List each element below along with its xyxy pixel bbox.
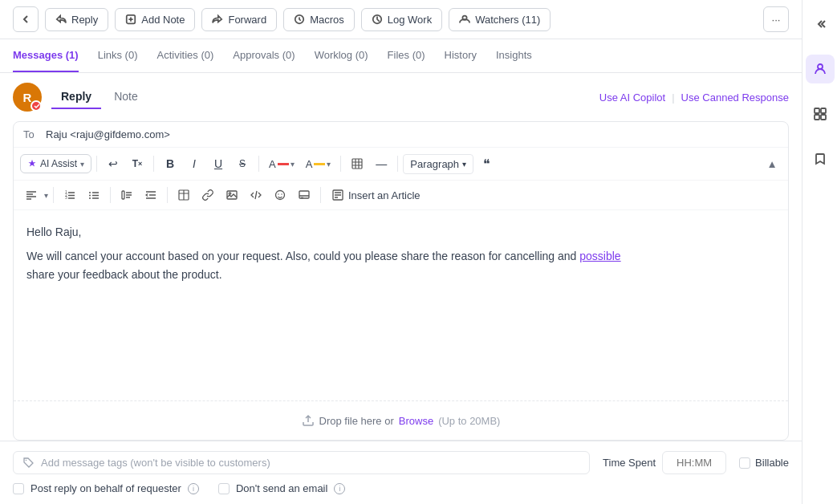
tag-icon <box>23 457 35 469</box>
italic-button[interactable]: I <box>183 152 205 175</box>
footer-row-1: Add message tags (won't be visible to cu… <box>13 451 789 474</box>
separator-3 <box>258 156 259 172</box>
tags-input[interactable]: Add message tags (won't be visible to cu… <box>13 451 590 474</box>
collapse-sidebar-icon[interactable] <box>806 10 835 39</box>
svg-rect-35 <box>227 191 237 199</box>
dont-send-info-icon[interactable]: i <box>334 483 345 494</box>
time-spent: Time Spent <box>603 451 726 474</box>
ai-actions: Use AI Copilot | Use Canned Response <box>599 91 789 104</box>
dash-button[interactable]: — <box>370 152 392 175</box>
svg-point-22 <box>89 192 91 193</box>
align-left-button[interactable] <box>20 184 43 206</box>
svg-point-36 <box>229 193 230 194</box>
editor-content[interactable]: Hello Raju, We will cancel your account … <box>14 210 788 400</box>
to-label: To <box>23 128 39 140</box>
avatar-badge <box>30 100 42 112</box>
highlight-button[interactable]: A ▾ <box>301 155 336 173</box>
log-work-button[interactable]: Log Work <box>361 8 442 31</box>
font-color-button[interactable]: A ▾ <box>264 155 299 173</box>
separator-5 <box>397 156 398 172</box>
separator-9 <box>320 187 321 203</box>
avatar: R <box>13 83 42 112</box>
greeting-text: Hello Raju, <box>26 223 775 241</box>
svg-rect-52 <box>821 115 826 120</box>
time-input[interactable] <box>662 451 726 474</box>
link-button[interactable] <box>197 184 219 206</box>
bold-button[interactable]: B <box>159 152 181 175</box>
to-field: To Raju <raju@gifdemo.com> <box>14 122 788 148</box>
svg-point-24 <box>89 197 91 199</box>
tab-messages[interactable]: Messages (1) <box>13 39 79 72</box>
unordered-list-button[interactable] <box>83 184 105 206</box>
align-chevron[interactable]: ▾ <box>44 191 48 200</box>
clear-format-button[interactable]: T× <box>126 152 148 175</box>
format-code-button[interactable] <box>245 184 267 206</box>
table-button[interactable] <box>346 152 368 175</box>
post-reply-checkbox[interactable] <box>13 483 24 494</box>
format-toolbar-2: ▾ 1 2 3 <box>14 181 788 210</box>
signature-button[interactable] <box>293 184 315 206</box>
quote-button[interactable]: ❝ <box>475 152 498 175</box>
insert-article-button[interactable]: Insert an Article <box>326 186 427 205</box>
ai-assist-button[interactable]: AI Assist ▾ <box>20 154 91 173</box>
add-note-button[interactable]: Add Note <box>115 8 195 31</box>
macros-button[interactable]: Macros <box>283 8 355 31</box>
table-insert-button[interactable] <box>173 184 195 206</box>
collapse-button[interactable]: ▲ <box>762 154 782 173</box>
bookmark-sidebar-icon[interactable] <box>806 144 835 173</box>
tab-files[interactable]: Files (0) <box>388 39 425 72</box>
post-reply-label[interactable]: Post reply on behalf of requester i <box>13 482 199 494</box>
image-button[interactable] <box>221 184 243 206</box>
reply-tab-note[interactable]: Note <box>104 85 148 109</box>
svg-rect-25 <box>122 191 124 199</box>
file-limit: (Up to 20MB) <box>438 415 500 427</box>
use-canned-response-link[interactable]: Use Canned Response <box>681 91 789 104</box>
svg-text:3: 3 <box>65 195 67 200</box>
tab-history[interactable]: History <box>445 39 477 72</box>
tab-approvals[interactable]: Approvals (0) <box>233 39 295 72</box>
svg-rect-49 <box>815 108 819 113</box>
forward-button[interactable]: Forward <box>201 8 277 31</box>
block-quote-button[interactable] <box>116 184 138 206</box>
browse-link[interactable]: Browse <box>399 415 433 427</box>
to-value: Raju <raju@gifdemo.com> <box>46 128 170 140</box>
paragraph-select[interactable]: Paragraph ▾ <box>403 154 473 174</box>
svg-rect-4 <box>352 159 362 169</box>
apps-icon[interactable] <box>806 100 835 128</box>
svg-point-47 <box>26 459 27 461</box>
ordered-list-button[interactable]: 1 2 3 <box>59 184 81 206</box>
watchers-button[interactable]: Watchers (11) <box>449 8 551 31</box>
right-sidebar <box>802 0 837 504</box>
back-button[interactable] <box>13 6 39 32</box>
tab-worklog[interactable]: Worklog (0) <box>315 39 368 72</box>
undo-button[interactable]: ↩ <box>102 152 124 175</box>
reply-button[interactable]: Reply <box>45 8 108 31</box>
tab-activities[interactable]: Activities (0) <box>157 39 214 72</box>
svg-point-48 <box>818 64 823 69</box>
underline-button[interactable]: U <box>207 152 230 175</box>
use-ai-copilot-link[interactable]: Use AI Copilot <box>599 91 665 104</box>
more-options-button[interactable]: ··· <box>763 6 789 32</box>
footer-row-2: Post reply on behalf of requester i Don'… <box>13 482 789 494</box>
contact-icon[interactable] <box>806 55 835 83</box>
billable-checkbox[interactable] <box>739 457 750 469</box>
separator-1 <box>96 156 97 172</box>
separator-7 <box>110 187 111 203</box>
tab-links[interactable]: Links (0) <box>98 39 138 72</box>
dont-send-checkbox[interactable] <box>218 483 230 494</box>
upload-icon <box>302 414 315 427</box>
reply-tab-reply[interactable]: Reply <box>51 85 101 109</box>
tabs-bar: Messages (1) Links (0) Activities (0) Ap… <box>0 39 802 73</box>
svg-rect-51 <box>815 115 819 120</box>
billable-check: Billable <box>739 457 789 469</box>
reply-area: R Reply Note Use AI Copilot | U <box>0 73 802 504</box>
dont-send-label[interactable]: Don't send an email i <box>218 482 346 494</box>
strikethrough-button[interactable]: S <box>231 152 254 175</box>
post-reply-info-icon[interactable]: i <box>188 483 199 494</box>
emoji-button[interactable] <box>269 184 291 206</box>
possible-link: possible <box>579 250 620 262</box>
format-toolbar-1: AI Assist ▾ ↩ T× B I U S A ▾ <box>14 148 788 181</box>
tab-insights[interactable]: Insights <box>496 39 532 72</box>
outdent-button[interactable] <box>140 184 162 206</box>
editor-container: To Raju <raju@gifdemo.com> AI Assist ▾ ↩… <box>13 121 789 441</box>
